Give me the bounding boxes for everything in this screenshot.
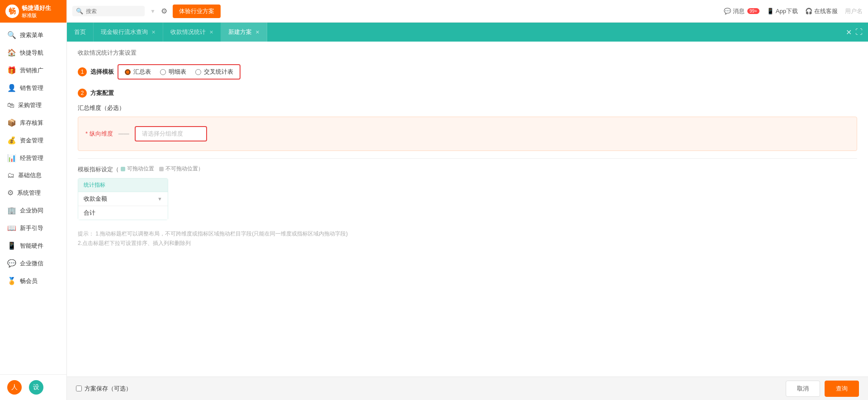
search-hint: ▼ (150, 8, 156, 14)
folder-icon: 🗂 (7, 171, 14, 179)
chat-icon: 💬 (7, 259, 16, 268)
radio-summary[interactable]: 汇总表 (125, 68, 151, 76)
sidebar-item-finance[interactable]: 💰 资金管理 (0, 132, 66, 149)
sidebar-item-purchase[interactable]: 🛍 采购管理 (0, 97, 66, 114)
sidebar-item-system[interactable]: ⚙ 系统管理 (0, 184, 66, 202)
section1-header: 1 选择模板 汇总表 明细表 交叉统计表 (78, 64, 857, 80)
page-content: 收款情况统计方案设置 1 选择模板 汇总表 明细表 (67, 42, 868, 376)
save-plan-checkbox-input[interactable] (76, 386, 82, 391)
tab-home[interactable]: 首页 (67, 23, 94, 42)
arrow-label: —— (118, 131, 129, 137)
tabbar-actions: ✕ ⛶ (840, 23, 868, 42)
sidebar-item-hardware[interactable]: 📱 智能硬件 (0, 237, 66, 254)
tabbar: 首页 现金银行流水查询 ✕ 收款情况统计 ✕ 新建方案 ✕ ✕ ⛶ (67, 23, 868, 42)
sidebar-item-wechat[interactable]: 💬 企业微信 (0, 254, 66, 272)
content-area: 收款情况统计方案设置 1 选择模板 汇总表 明细表 (67, 42, 868, 400)
tab-expand-btn[interactable]: ⛶ (855, 28, 863, 36)
message-button[interactable]: 💬 消息 99+ (724, 7, 760, 15)
radio-summary-input[interactable] (125, 69, 131, 75)
radio-detail-input[interactable] (160, 69, 166, 75)
save-plan-checkbox[interactable]: 方案保存（可选） (76, 385, 132, 393)
sidebar-item-search[interactable]: 🔍 搜索菜单 (0, 26, 66, 44)
sidebar-item-basic[interactable]: 🗂 基础信息 (0, 167, 66, 184)
metrics-header: 模板指标设定（ 可拖动位置 不可拖动位置） (78, 165, 857, 174)
section-template: 1 选择模板 汇总表 明细表 交叉统计表 (78, 64, 857, 80)
metrics-section: 模板指标设定（ 可拖动位置 不可拖动位置） 统计指标 (78, 158, 857, 220)
sidebar-item-member[interactable]: 🏅 畅会员 (0, 272, 66, 290)
money-icon: 💰 (7, 136, 16, 145)
tips-section: 提示： 1.拖动标题栏可以调整布局，不可跨维度或指标区域拖动栏目字段(只能在同一… (78, 229, 857, 249)
radio-detail[interactable]: 明细表 (160, 68, 186, 76)
service-icon: 🎧 (805, 8, 812, 14)
chevron-down-icon[interactable]: ▼ (157, 196, 162, 202)
tab-bank[interactable]: 现金银行流水查询 ✕ (94, 23, 163, 42)
main-area: 🔍 ▼ ⚙ 体验行业方案 💬 消息 99+ 📱 App下载 🎧 在线客服 用户名 (67, 0, 868, 400)
sidebar-item-guide[interactable]: 📖 新手引导 (0, 219, 66, 237)
section-config: 2 方案配置 汇总维度（必选） * 纵向维度 —— 请选择分组维度 (78, 89, 857, 249)
radio-cross-label[interactable]: 交叉统计表 (204, 68, 233, 76)
search-input[interactable] (86, 8, 140, 14)
sidebar-item-operation[interactable]: 📊 经营管理 (0, 149, 66, 167)
dimension-selector[interactable]: 请选择分组维度 (135, 126, 207, 141)
tabbar-spacer (267, 23, 840, 42)
topbar: 🔍 ▼ ⚙ 体验行业方案 💬 消息 99+ 📱 App下载 🎧 在线客服 用户名 (67, 0, 868, 23)
radio-cross[interactable]: 交叉统计表 (195, 68, 233, 76)
building-icon: 🏢 (7, 206, 16, 215)
metrics-category: 统计指标 (78, 179, 168, 192)
tab-collection-close[interactable]: ✕ (209, 29, 213, 35)
bag-icon: 🛍 (7, 101, 14, 109)
phone-icon: 📱 (7, 241, 16, 250)
cancel-button[interactable]: 取消 (786, 381, 820, 397)
search-icon: 🔍 (76, 8, 83, 14)
template-selector: 汇总表 明细表 交叉统计表 (118, 64, 241, 80)
search-icon: 🔍 (7, 31, 16, 39)
radio-cross-input[interactable] (195, 69, 201, 75)
metrics-table: 统计指标 收款金额 ▼ 合计 (78, 178, 168, 220)
sidebar-footer: 人 设 (0, 374, 66, 400)
medal-icon: 🏅 (7, 277, 16, 285)
sidebar-item-inventory[interactable]: 📦 库存核算 (0, 114, 66, 132)
gift-icon: 🎁 (7, 66, 16, 75)
tab-bank-close[interactable]: ✕ (151, 29, 156, 35)
non-draggable-indicator: 不可拖动位置） (159, 165, 203, 173)
sidebar-item-collab[interactable]: 🏢 企业协同 (0, 202, 66, 219)
tab-new-plan[interactable]: 新建方案 ✕ (221, 23, 267, 42)
home-icon: 🏠 (7, 48, 16, 57)
page-title: 收款情况统计方案设置 (78, 49, 857, 57)
tab-new-plan-close[interactable]: ✕ (255, 29, 259, 35)
metrics-item-1: 合计 (78, 206, 168, 220)
dimension-row: * 纵向维度 —— 请选择分组维度 (85, 126, 849, 141)
settings-icon[interactable]: ⚙ (161, 7, 167, 15)
radio-summary-label[interactable]: 汇总表 (133, 68, 151, 76)
non-draggable-dot (159, 167, 164, 171)
tip-line-1: 提示： 1.拖动标题栏可以调整布局，不可跨维度或指标区域拖动栏目字段(只能在同一… (78, 229, 857, 239)
dimension-title: 汇总维度（必选） (78, 104, 857, 112)
username: 用户名 (845, 7, 863, 15)
draggable-indicator: 可拖动位置 (121, 165, 154, 173)
draggable-dot (121, 167, 125, 171)
dimension-area: * 纵向维度 —— 请选择分组维度 (78, 117, 857, 151)
sidebar-item-quicknav[interactable]: 🏠 快捷导航 (0, 44, 66, 61)
sidebar-item-sales[interactable]: 👤 销售管理 (0, 79, 66, 97)
chart-icon: 📊 (7, 154, 16, 162)
sidebar-footer-icon2[interactable]: 设 (29, 380, 43, 395)
metrics-item-0[interactable]: 收款金额 ▼ (78, 192, 168, 206)
page-footer: 方案保存（可选） 取消 查询 (67, 376, 868, 400)
gear-icon: ⚙ (7, 188, 14, 197)
online-service-button[interactable]: 🎧 在线客服 (805, 7, 838, 15)
tab-collection[interactable]: 收款情况统计 ✕ (163, 23, 221, 42)
metrics-header-text: 模板指标设定（ 可拖动位置 不可拖动位置） (78, 165, 203, 174)
topbar-search-box[interactable]: 🔍 (72, 6, 145, 16)
section2-header: 2 方案配置 (78, 89, 857, 98)
tab-close-btn[interactable]: ✕ (846, 28, 852, 37)
sidebar-item-marketing[interactable]: 🎁 营销推广 (0, 61, 66, 79)
sidebar-logo: 畅 畅捷通好生 标准版 (0, 0, 66, 23)
app-download-button[interactable]: 📱 App下载 (767, 7, 798, 15)
sidebar-footer-icon1[interactable]: 人 (7, 380, 22, 395)
radio-detail-label[interactable]: 明细表 (169, 68, 186, 76)
industry-plan-button[interactable]: 体验行业方案 (173, 5, 221, 18)
logo-icon: 畅 (5, 5, 19, 18)
confirm-button[interactable]: 查询 (825, 381, 859, 397)
sidebar-nav: 🔍 搜索菜单 🏠 快捷导航 🎁 营销推广 👤 销售管理 🛍 采购管理 📦 库存核… (0, 23, 66, 374)
book-icon: 📖 (7, 224, 16, 232)
